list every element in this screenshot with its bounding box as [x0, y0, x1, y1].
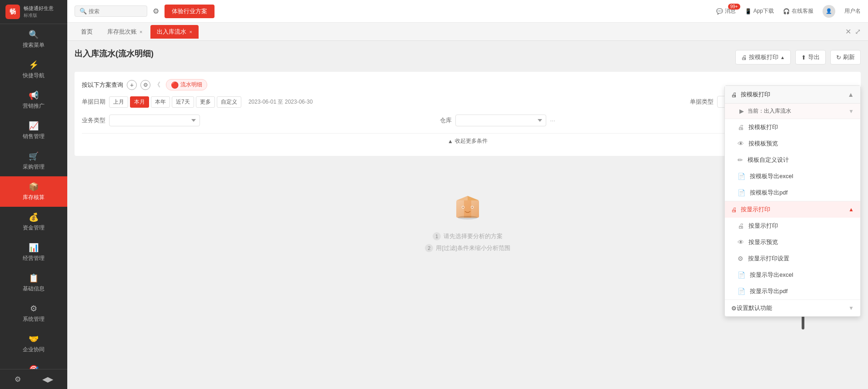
refresh-btn[interactable]: ↻ 刷新 [830, 50, 861, 65]
warehouse-select[interactable] [455, 115, 546, 126]
sidebar-label-collab: 企业协同 [23, 346, 45, 354]
filter-add-button[interactable]: + [127, 80, 137, 90]
svg-marker-2 [468, 196, 479, 200]
sidebar-label-inventory: 库存核算 [23, 194, 45, 201]
username-label[interactable]: 用户名 [844, 7, 861, 15]
sidebar-icon-guide: 🎯 [29, 364, 39, 369]
sidebar-label-finance: 资金管理 [23, 224, 45, 232]
date-7days[interactable]: 近7天 [172, 96, 194, 108]
industry-btn[interactable]: 体验行业方案 [165, 5, 215, 18]
avatar-img: 👤 [826, 8, 832, 14]
logo-sub: 标准版 [24, 12, 54, 19]
tabs-bar: 首页 库存批次账 × 出入库流水 × ✕ ⤢ [67, 23, 868, 41]
date-custom[interactable]: 自定义 [217, 96, 241, 108]
display-export-pdf-item[interactable]: 📄 按显示导出pdf [725, 283, 860, 299]
sidebar-label-search: 搜索菜单 [23, 41, 45, 49]
sidebar-icon-sales: 📈 [29, 121, 39, 131]
tab-flow-close[interactable]: × [189, 29, 192, 35]
sidebar-icon-finance: 💰 [29, 212, 39, 222]
message-button[interactable]: 💬 消息 99+ [716, 7, 736, 15]
svg-point-8 [458, 216, 478, 219]
print-template-btn[interactable]: 🖨 按模板打印 ▲ [735, 50, 791, 65]
template-print-item[interactable]: 🖨 按模板打印 [725, 119, 860, 135]
display-export-excel-item[interactable]: 📄 按显示导出excel [725, 267, 860, 283]
date-this-year[interactable]: 本年 [151, 96, 170, 108]
main-content: 🔍 ⚙ 体验行业方案 💬 消息 99+ 📱 App下载 🎧 在线客服 [67, 0, 868, 389]
sidebar-icon-quicknav: ⚡ [29, 60, 39, 70]
sidebar-item-search[interactable]: 🔍 搜索菜单 [0, 24, 67, 55]
display-print-icon: 🖨 [738, 222, 744, 229]
sidebar-item-guide[interactable]: 🎯 新手引导 [0, 359, 67, 369]
sidebar-item-operations[interactable]: 📊 经营管理 [0, 237, 67, 268]
template-export-excel-item[interactable]: 📄 按模板导出excel [725, 168, 860, 185]
tab-batch-close[interactable]: × [140, 29, 142, 35]
dropdown-footer-settings[interactable]: ⚙ 设置默认功能 ▼ [725, 299, 860, 316]
business-type-label: 业务类型 [82, 116, 105, 125]
template-items: 🖨 按模板打印 👁 按模板预览 ✏ 模板自定义设计 📄 按模板导出excel [725, 119, 860, 201]
date-this-month[interactable]: 本月 [130, 96, 149, 108]
sidebar-item-collab[interactable]: 🤝 企业协同 [0, 329, 67, 359]
display-excel-icon: 📄 [738, 271, 745, 279]
search-input[interactable] [89, 8, 134, 15]
template-export-pdf-item[interactable]: 📄 按模板导出pdf [725, 185, 860, 201]
user-avatar[interactable]: 👤 [823, 5, 835, 18]
business-type-select[interactable] [109, 115, 200, 126]
sidebar-item-purchase[interactable]: 🛒 采购管理 [0, 146, 67, 176]
sidebar-item-finance[interactable]: 💰 资金管理 [0, 207, 67, 237]
current-toggle-icon[interactable]: ▼ [848, 108, 854, 115]
online-service-button[interactable]: 🎧 在线客服 [783, 7, 813, 15]
tab-batch[interactable]: 库存批次账 × [101, 25, 149, 39]
warehouse-label: 仓库 [440, 116, 452, 125]
page-content: 出入库流水(流水明细) 🖨 按模板打印 ▲ ⬆ 导出 ↻ 刷新 [67, 41, 868, 389]
sidebar-item-marketing[interactable]: 📢 营销推广 [0, 85, 67, 115]
toggle-sidebar-icon[interactable]: ◀▶ [42, 375, 53, 384]
date-more[interactable]: 更多 [196, 96, 215, 108]
tab-flow[interactable]: 出入库流水 × [150, 25, 198, 39]
topbar-right: 💬 消息 99+ 📱 App下载 🎧 在线客服 👤 用户名 [716, 5, 861, 18]
display-print-item[interactable]: 🖨 按显示打印 [725, 218, 860, 234]
tab-home[interactable]: 首页 [75, 25, 99, 39]
template-preview-item[interactable]: 👁 按模板预览 [725, 135, 860, 152]
template-custom-item[interactable]: ✏ 模板自定义设计 [725, 152, 860, 168]
app-download-button[interactable]: 📱 App下载 [745, 7, 774, 15]
template-pdf-icon: 📄 [738, 189, 745, 196]
message-badge: 99+ [728, 4, 740, 10]
display-section-header[interactable]: 🖨 按显示打印 ▲ [725, 201, 860, 218]
current-item-row: ▶ 当前：出入库流水 ▼ [725, 104, 860, 119]
display-section-toggle[interactable]: ▲ [848, 206, 854, 213]
settings-bottom-icon[interactable]: ⚙ [15, 375, 21, 384]
warehouse-more-icon[interactable]: ··· [550, 117, 555, 124]
gear-icon[interactable]: ⚙ [153, 7, 159, 15]
sidebar-item-quicknav[interactable]: ⚡ 快捷导航 [0, 55, 67, 85]
empty-hint-2: 2 用[过滤]条件来缩小分析范围 [425, 244, 510, 252]
template-print-icon: 🖨 [738, 124, 744, 131]
dropdown-collapse-btn[interactable]: ▲ [848, 91, 854, 98]
message-icon: 💬 [716, 8, 723, 15]
printer-header-icon: 🖨 [731, 91, 737, 98]
expand-tab-icon[interactable]: ⤢ [855, 27, 861, 36]
display-preview-item[interactable]: 👁 按显示预览 [725, 234, 860, 250]
print-dropdown-panel: 🖨 按模板打印 ▲ ▶ 当前：出入库流水 ▼ 🖨 按模板打印 [724, 85, 861, 317]
svg-marker-1 [456, 196, 468, 200]
sidebar-label-marketing: 营销推广 [23, 102, 45, 110]
display-settings-item[interactable]: ⚙ 按显示打印设置 [725, 250, 860, 267]
logo-text: 畅捷通好生意 [24, 5, 54, 12]
filter-tag[interactable]: 🔴 流水明细 [166, 79, 207, 90]
export-btn[interactable]: ⬆ 导出 [795, 50, 826, 65]
template-preview-icon: 👁 [738, 140, 744, 147]
topbar-search-box[interactable]: 🔍 [75, 5, 147, 17]
sidebar-item-system[interactable]: ⚙ 系统管理 [0, 298, 67, 329]
filter-collapse-icon[interactable]: 《 [154, 81, 160, 89]
date-field: 单据日期 上月 本月 本年 近7天 更多 自定义 2023-06-01 至 20… [82, 96, 313, 108]
svg-rect-3 [464, 200, 471, 218]
sidebar-item-sales[interactable]: 📈 销售管理 [0, 115, 67, 146]
date-last-month[interactable]: 上月 [109, 96, 128, 108]
sidebar-item-basic[interactable]: 📋 基础信息 [0, 268, 67, 298]
filter-settings-button[interactable]: ⚙ [140, 80, 150, 90]
close-tab-icon[interactable]: ✕ [845, 27, 851, 36]
sidebar-icon-basic: 📋 [29, 273, 39, 283]
sidebar-item-inventory[interactable]: 📦 库存核算 [0, 176, 67, 207]
sidebar-menu: 🔍 搜索菜单 ⚡ 快捷导航 📢 营销推广 📈 销售管理 🛒 采购管理 📦 库存核… [0, 24, 67, 369]
current-arrow-icon: ▶ [739, 108, 744, 115]
logo-icon: 畅 [5, 5, 20, 19]
